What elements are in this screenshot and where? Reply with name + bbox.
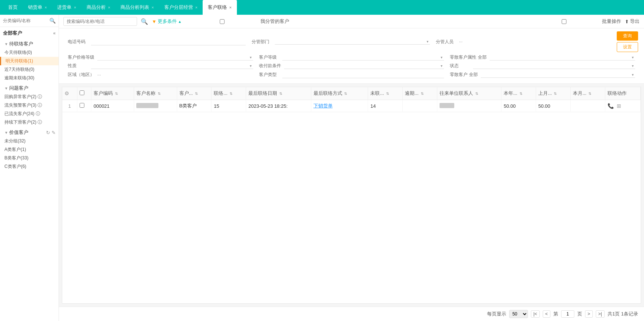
filter-retail-customer-select[interactable]: ▾: [481, 72, 635, 78]
close-goods-analysis-icon[interactable]: ×: [108, 5, 110, 10]
nav-customer-tier[interactable]: 客户分层经营 ×: [159, 0, 203, 15]
batch-ops-checkbox[interactable]: 批量操作: [527, 18, 621, 25]
filter-phone-input[interactable]: [91, 38, 246, 45]
filter-customer-grade-select[interactable]: ▾: [282, 55, 444, 61]
filter-status-select[interactable]: ▾: [473, 63, 635, 69]
col-uncontacted[interactable]: 未联... ⇅: [368, 87, 403, 100]
nav-sales[interactable]: 销货单 ×: [23, 0, 52, 15]
edit-icon[interactable]: ✎: [52, 130, 56, 135]
batch-checkbox[interactable]: [527, 19, 601, 24]
sidebar-class-a[interactable]: A类客户(1): [0, 145, 59, 154]
filter-row-4: 区域（地区） ··· 客户类型 零散客户 全部 ▾: [65, 71, 638, 78]
my-customers-checkbox[interactable]: 我分管的客户: [185, 18, 289, 25]
sidebar-search-input[interactable]: [3, 18, 48, 23]
sidebar-class-b[interactable]: B类客户(33): [0, 154, 59, 162]
filter-price-level: 客户价格等级 ▾: [65, 54, 256, 61]
col-checkbox[interactable]: [77, 87, 91, 100]
col-code[interactable]: 客户编码 ⇅: [91, 87, 134, 100]
sidebar-7days-contact[interactable]: 近7天待联络(0): [0, 65, 59, 74]
nav-home[interactable]: 首页: [3, 0, 23, 15]
export-button[interactable]: ⬆ 导出: [625, 18, 640, 25]
sort-icon-this-month: ⇅: [588, 92, 591, 96]
close-customer-contact-icon[interactable]: ×: [229, 5, 231, 10]
filter-region: 区域（地区） ···: [65, 72, 256, 78]
sidebar-ungrouped[interactable]: 未分组(32): [0, 137, 59, 145]
page-number-input[interactable]: [561, 310, 574, 318]
row-last-contact-method[interactable]: 下销货单: [311, 100, 368, 112]
filter-bar: 🔍 ▼ 更多条件 ▲ 我分管的客户 批量操作 ⬆ 导出: [59, 15, 644, 28]
sort-icon-contact: ⇅: [230, 92, 232, 96]
nav-purchase[interactable]: 进货单 ×: [52, 0, 81, 15]
last-page-button[interactable]: >|: [596, 310, 605, 318]
close-sales-icon[interactable]: ×: [45, 5, 47, 10]
my-customers-check[interactable]: [185, 19, 259, 24]
filter-retail-attr-select[interactable]: ▾: [490, 55, 635, 61]
col-last-month[interactable]: 上月... ⇅: [536, 87, 571, 100]
col-overdue[interactable]: 逾期... ⇅: [403, 87, 437, 100]
close-purchase-icon[interactable]: ×: [74, 5, 76, 10]
sidebar-churned[interactable]: 已流失客户(24) ⓘ: [0, 110, 59, 118]
query-button[interactable]: 查询: [617, 31, 638, 41]
filter-person-dots[interactable]: ···: [459, 39, 463, 44]
row-type: B类客户: [177, 100, 211, 112]
search-button[interactable]: 🔍: [141, 18, 148, 25]
sidebar-class-c[interactable]: C类客户(6): [0, 162, 59, 171]
reset-button[interactable]: 设置: [617, 42, 638, 52]
section-pending-contact: ▼ 待联络客户: [0, 39, 59, 48]
per-page-select[interactable]: 10 20 50 100: [509, 310, 528, 318]
nav-goods-analysis[interactable]: 商品分析 ×: [81, 0, 115, 15]
close-customer-tier-icon[interactable]: ×: [195, 5, 197, 10]
sort-icon-year: ⇅: [519, 92, 522, 96]
sort-icon-name: ⇅: [158, 92, 161, 96]
filter-region-dots[interactable]: ···: [97, 72, 101, 77]
total-records: 共1页 1条记录: [608, 311, 638, 317]
filter-dept-select[interactable]: ▾: [275, 39, 430, 45]
row-checkbox[interactable]: [80, 103, 84, 108]
col-last-contact-method[interactable]: 最后联络方式 ⇅: [311, 87, 368, 100]
nav-goods-analysis-list[interactable]: 商品分析列表 ×: [115, 0, 159, 15]
col-settings[interactable]: ⚙: [62, 87, 77, 100]
select-all-checkbox[interactable]: [80, 90, 84, 95]
col-last-contact-date[interactable]: 最后联络日期 ⇅: [246, 87, 311, 100]
filter-price-level-select[interactable]: ▾: [97, 55, 253, 61]
col-this-year[interactable]: 本年... ⇅: [501, 87, 536, 100]
sidebar-declining[interactable]: 持续下滑客户(2) ⓘ: [0, 118, 59, 127]
filter-payment-terms-select[interactable]: ▾: [284, 63, 444, 69]
pagination-bar: 每页显示 10 20 50 100 |< < 第 页 > >| 共1页 1条记录: [59, 307, 644, 321]
sidebar-overdue-contact[interactable]: 逾期未联络(30): [0, 74, 59, 82]
sidebar-search-area: 🔍: [0, 15, 59, 27]
col-this-month[interactable]: 本月... ⇅: [570, 87, 605, 100]
chevron-down-icon-retail: ▾: [632, 55, 634, 59]
sidebar-churn-warning[interactable]: 流失预警客户(3) ⓘ: [0, 101, 59, 110]
arrow-icon-2: ▼: [4, 86, 8, 90]
close-goods-analysis-list-icon[interactable]: ×: [151, 5, 154, 10]
col-contact-count[interactable]: 联络... ⇅: [211, 87, 246, 100]
sidebar-repurchase-abnormal[interactable]: 回购异常客户(2) ⓘ: [0, 93, 59, 101]
settings-icon[interactable]: ⚙: [64, 90, 69, 96]
col-name[interactable]: 客户名称 ⇅: [134, 87, 177, 100]
collapse-icon[interactable]: «: [53, 31, 56, 36]
search-input[interactable]: [63, 17, 137, 26]
col-actions: 联络动作: [605, 87, 640, 100]
filter-nature: 性质 ▾: [65, 63, 256, 69]
row-checkbox-cell[interactable]: [77, 100, 91, 112]
col-unit-contact[interactable]: 往来单位联系人 ⇅: [437, 87, 501, 100]
call-icon[interactable]: 📞: [608, 103, 614, 109]
more-conditions-button[interactable]: ▼ 更多条件 ▲: [152, 18, 182, 25]
filter-row-1: 电话号码 分管部门 ▾ 分管人员 ··· 查询 设置: [65, 31, 638, 52]
table-header-row: ⚙ 客户编码 ⇅ 客户名称 ⇅ 客户... ⇅ 联络... ⇅ 最后联络日期 ⇅…: [62, 87, 641, 100]
col-type[interactable]: 客户... ⇅: [177, 87, 211, 100]
filter-customer-type-input[interactable]: [282, 71, 444, 78]
prev-page-button[interactable]: <: [543, 310, 550, 318]
grid-icon[interactable]: ⊞: [617, 103, 621, 109]
sidebar-search-icon[interactable]: 🔍: [49, 18, 56, 24]
nav-customer-contact[interactable]: 客户联络 ×: [203, 0, 237, 15]
sidebar-today-contact[interactable]: 今天待联络(0): [0, 48, 59, 57]
sort-icon-overdue: ⇅: [421, 92, 424, 96]
sort-icon-unit: ⇅: [475, 92, 478, 96]
filter-nature-select[interactable]: ▾: [91, 63, 253, 69]
sidebar-tomorrow-contact[interactable]: 明天待联络(1): [0, 57, 59, 65]
first-page-button[interactable]: |<: [531, 310, 540, 318]
refresh-icon[interactable]: ↻: [46, 130, 50, 135]
next-page-button[interactable]: >: [585, 310, 593, 318]
